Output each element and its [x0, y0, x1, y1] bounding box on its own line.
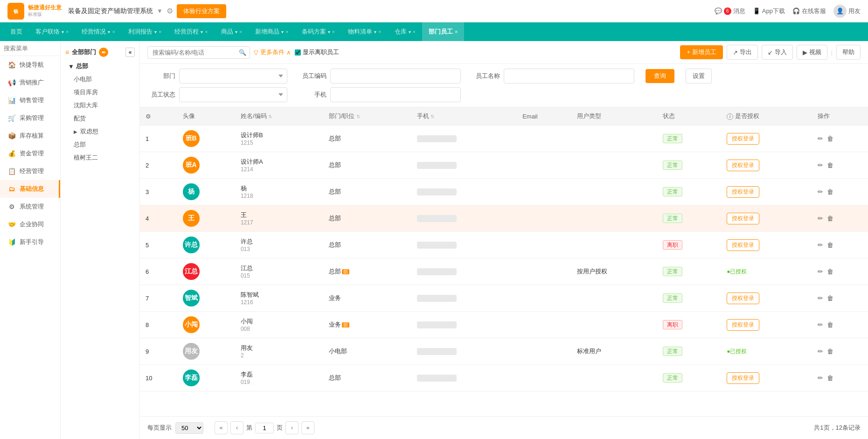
help-button[interactable]: 帮助	[836, 45, 861, 60]
app-download-btn[interactable]: 📱 App下载	[753, 7, 785, 15]
emp-status-select[interactable]	[179, 87, 287, 102]
tab-profit[interactable]: 利润报告▾×	[122, 22, 168, 41]
more-conditions-btn[interactable]: ▽ 更多条件 ∧	[254, 48, 291, 56]
delete-icon[interactable]: 🗑	[827, 135, 833, 142]
view-button[interactable]: ▶ 视频	[797, 45, 827, 60]
auth-login-button[interactable]: 授权登录	[727, 160, 759, 171]
emp-name-input[interactable]	[504, 69, 634, 84]
auth-login-button[interactable]: 授权登录	[727, 186, 759, 198]
next-page-btn[interactable]: ›	[285, 421, 299, 434]
add-employee-button[interactable]: + 新增员工	[680, 45, 722, 59]
dept-select[interactable]	[179, 69, 287, 84]
tab-customer[interactable]: 客户联络▾×	[29, 22, 75, 41]
auth-login-button[interactable]: 授权登录	[727, 239, 759, 251]
prev-page-btn[interactable]: ‹	[230, 421, 243, 434]
reset-button[interactable]: 设置	[686, 69, 712, 84]
delete-icon[interactable]: 🗑	[827, 294, 833, 302]
sidebar-item-management[interactable]: 📋 经营管理	[0, 162, 60, 180]
sidebar-item-quicknav[interactable]: 🏠 快捷导航	[0, 56, 60, 74]
edit-icon[interactable]: ✏	[818, 294, 823, 302]
avatar: 班A	[183, 157, 200, 174]
marketing-icon: 📢	[7, 78, 16, 87]
edit-icon[interactable]: ✏	[818, 215, 823, 222]
auth-login-button[interactable]: 授权登录	[727, 213, 759, 224]
message-btn[interactable]: 💬 6 消息	[715, 7, 745, 15]
phone-input[interactable]	[330, 87, 461, 102]
export-button[interactable]: ↗ 导出	[727, 45, 758, 60]
tab-business[interactable]: 经营情况▾×	[75, 22, 121, 41]
sidebar-item-collab[interactable]: 🤝 企业协同	[0, 216, 60, 233]
delete-icon[interactable]: 🗑	[827, 374, 833, 382]
user-btn[interactable]: 👤 用友	[833, 5, 861, 18]
search-input[interactable]	[147, 46, 250, 59]
import-button[interactable]: ↙ 导入	[762, 45, 793, 60]
sidebar-item-inventory[interactable]: 📦 库存核算	[0, 127, 60, 145]
sidebar-item-system[interactable]: ⚙ 系统管理	[0, 198, 60, 216]
col-dept[interactable]: 部门/职位 ⇅	[323, 107, 411, 125]
auth-login-button[interactable]: 授权登录	[727, 133, 759, 145]
gear-icon[interactable]: ⚙	[167, 7, 173, 15]
edit-icon[interactable]: ✏	[818, 374, 823, 382]
edit-icon[interactable]: ✏	[818, 348, 823, 355]
sidebar-item-sales[interactable]: 📊 销售管理	[0, 91, 60, 109]
edit-icon[interactable]: ✏	[818, 321, 823, 328]
tab-goods[interactable]: 商品▾×	[215, 22, 249, 41]
dept-node-shenyang[interactable]: 沈阳大库	[61, 99, 139, 112]
tab-warehouse[interactable]: 仓库▾×	[388, 22, 422, 41]
sidebar-search-input[interactable]	[4, 45, 61, 52]
dept-node-zhishu[interactable]: 植树王二	[61, 151, 139, 164]
tab-dept-staff[interactable]: 部门员工×	[422, 22, 464, 41]
trial-button[interactable]: 体验行业方案	[177, 4, 226, 18]
dept-node-xiaodian[interactable]: 小电部	[61, 73, 139, 86]
dept-edit-icon[interactable]: ✏	[99, 48, 108, 57]
tab-bom[interactable]: 物料清单▾×	[341, 22, 388, 41]
delete-icon[interactable]: 🗑	[827, 321, 833, 328]
dept-node-root[interactable]: ▼ 总部	[61, 60, 139, 73]
delete-icon[interactable]: 🗑	[827, 215, 833, 222]
first-page-btn[interactable]: «	[215, 421, 228, 434]
tab-add-goods[interactable]: 新增商品▾×	[249, 22, 295, 41]
tab-history[interactable]: 经营历程▾×	[168, 22, 214, 41]
edit-icon[interactable]: ✏	[818, 135, 823, 142]
page-number-input[interactable]	[255, 423, 274, 433]
delete-icon[interactable]: 🗑	[827, 348, 833, 355]
emp-code-input[interactable]	[330, 69, 461, 84]
col-name[interactable]: 姓名/编码 ⇅	[235, 107, 323, 125]
sidebar-item-basic-info[interactable]: 🗂 基础信息	[0, 180, 60, 198]
avatar: 班B	[183, 130, 200, 147]
dept-collapse-btn[interactable]: «	[125, 48, 135, 57]
page-size-select[interactable]: 50 100 200	[175, 422, 203, 434]
delete-icon[interactable]: 🗑	[827, 188, 833, 195]
tab-barcode[interactable]: 条码方案▾×	[295, 22, 341, 41]
edit-icon[interactable]: ✏	[818, 241, 823, 249]
tab-home[interactable]: 首页	[4, 22, 29, 41]
dept-node-peihuo[interactable]: 配货	[61, 112, 139, 125]
edit-icon[interactable]: ✏	[818, 161, 823, 169]
page-label: 第	[246, 424, 252, 432]
sidebar-item-purchase[interactable]: 🛒 采购管理	[0, 109, 60, 127]
delete-icon[interactable]: 🗑	[827, 268, 833, 275]
last-page-btn[interactable]: »	[301, 421, 314, 434]
dept-node-shuanglv[interactable]: ▶ 双虑想	[61, 125, 139, 138]
col-auth: i 是否授权	[721, 107, 812, 125]
dept-node-zongbu[interactable]: 总部	[61, 138, 139, 151]
sidebar-item-marketing[interactable]: 📢 营销推广	[0, 74, 60, 91]
dept-node-project[interactable]: 项目库房	[61, 86, 139, 99]
system-title-arrow[interactable]: ▼	[157, 7, 163, 14]
col-phone[interactable]: 手机 ⇅	[411, 107, 517, 125]
online-service-btn[interactable]: 🎧 在线客服	[792, 7, 826, 15]
auth-login-button[interactable]: 授权登录	[727, 319, 759, 331]
delete-icon[interactable]: 🗑	[827, 161, 833, 169]
query-button[interactable]: 查询	[646, 69, 674, 83]
show-resigned-checkbox[interactable]: 显示离职员工	[295, 48, 339, 56]
sidebar-item-guide[interactable]: 🔰 新手引导	[0, 233, 60, 251]
delete-icon[interactable]: 🗑	[827, 241, 833, 249]
search-icon[interactable]: 🔍	[239, 49, 246, 56]
edit-icon[interactable]: ✏	[818, 268, 823, 275]
sidebar-item-finance[interactable]: 💰 资金管理	[0, 145, 60, 162]
col-settings[interactable]: ⚙	[140, 107, 177, 125]
edit-icon[interactable]: ✏	[818, 188, 823, 195]
auth-login-button[interactable]: 授权登录	[727, 372, 759, 384]
settings-icon[interactable]: ⚙	[146, 113, 151, 120]
auth-login-button[interactable]: 授权登录	[727, 293, 759, 304]
